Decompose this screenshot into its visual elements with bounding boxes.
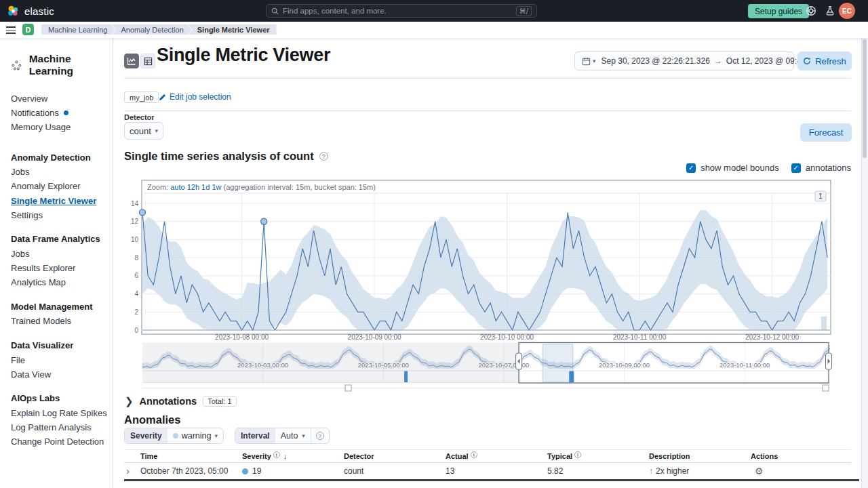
breadcrumb-item[interactable]: Anomaly Detection [111,24,191,35]
time-slider-handle[interactable] [345,385,351,391]
svg-text:2023-10-12 00:00: 2023-10-12 00:00 [745,333,799,341]
page-scrollbar-thumb[interactable] [863,39,867,158]
sidebar-item-notifications[interactable]: Notifications [11,106,107,120]
info-icon: i [273,451,280,458]
calendar-icon[interactable]: ▾ [575,57,601,66]
breadcrumb-item: Single Metric Viewer [188,24,277,35]
svg-text:6: 6 [134,272,138,279]
table-header-time: Time [140,452,242,460]
sidebar-item-jobs[interactable]: Jobs [11,247,107,261]
date-range-start[interactable]: Sep 30, 2023 @ 22:26:21.326 [601,56,710,66]
sidebar-item-results-explorer[interactable]: Results Explorer [11,262,107,276]
anomalies-controls: Severity warning▾ Interval Auto▾ ? [124,428,330,444]
table-header-detector: Detector [344,452,446,460]
time-slider-handle[interactable] [823,385,829,391]
swimlane-anomaly-cell[interactable] [569,371,574,383]
brush-handle-left[interactable] [516,353,522,369]
date-range-picker[interactable]: ▾ Sep 30, 2023 @ 22:26:21.326 → Oct 12, … [574,52,794,70]
edit-job-selection-link[interactable]: Edit job selection [159,92,231,102]
svg-text:2023-10-09 00:00: 2023-10-09 00:00 [599,361,650,369]
chart-toggles: ✓ show model bounds ✓ annotations [686,163,851,173]
sidebar-item-analytics-map[interactable]: Analytics Map [11,276,107,290]
job-id-badge: my_job [124,92,159,103]
sidebar-group-label: Data Frame Analytics [11,234,107,244]
zoom-controls[interactable]: Zoom: auto 12h 1d 1w (aggregation interv… [147,183,376,191]
sidebar-item-single-metric-viewer[interactable]: Single Metric Viewer [11,194,107,208]
sidebar-item-change-point-detection[interactable]: Change Point Detection [11,435,107,449]
menu-hamburger-icon[interactable] [6,26,16,34]
sidebar-item-jobs[interactable]: Jobs [11,165,107,180]
sidebar-group-label: Model Management [11,302,107,312]
sidebar-item-explain-log-rate-spikes[interactable]: Explain Log Rate Spikes [11,406,107,420]
refresh-button[interactable]: Refresh [797,52,852,70]
show-model-bounds-checkbox[interactable]: ✓ show model bounds [686,163,779,173]
interval-help-icon[interactable]: ? [316,432,324,440]
table-header-actual: Actuali [446,452,547,460]
user-avatar[interactable]: EC [839,3,855,19]
svg-text:0: 0 [134,327,138,334]
svg-text:1: 1 [818,192,823,200]
sidebar-item-memory-usage[interactable]: Memory Usage [11,120,107,134]
table-header-typical: Typicali [547,452,649,460]
brush-handle-right[interactable] [826,353,832,369]
chart-view-toggle[interactable] [124,54,139,68]
svg-text:8: 8 [134,254,138,262]
sidebar-group-label: Anomaly Detection [11,152,107,163]
search-shortcut-hint: ⌘/ [516,6,532,16]
cell-time: October 7th 2023, 05:00 [140,466,242,476]
time-series-chart[interactable]: Zoom: auto 12h 1d 1w (aggregation interv… [124,178,833,393]
context-masked-region [142,343,519,384]
space-badge[interactable]: D [22,24,34,35]
severity-score-dot-icon [242,468,248,474]
anomalies-table: TimeSeverityi↓DetectorActualiTypicaliDes… [124,449,851,479]
svg-text:10: 10 [131,236,139,243]
elastic-logo[interactable]: elastic [7,0,54,22]
breadcrumb-bar: D Machine LearningAnomaly DetectionSingl… [0,22,868,38]
annotations-toggle[interactable]: ❯ Annotations Total: 1 [125,396,237,407]
sidebar-item-trained-models[interactable]: Trained Models [11,314,107,329]
sidebar-item-data-view[interactable]: Data View [11,367,107,382]
sidebar-group-label: AIOps Labs [11,393,107,403]
refresh-icon [803,57,811,65]
setup-guides-button[interactable]: Setup guides [748,4,809,18]
annotations-total-badge: Total: 1 [203,396,236,407]
sidebar-item-log-pattern-analysis[interactable]: Log Pattern Analysis [11,421,107,435]
checkbox-checked-icon: ✓ [791,163,801,173]
context-annotation-band[interactable] [542,344,572,382]
annotation-badge[interactable]: 1 [815,191,826,201]
info-icon: i [471,451,477,458]
sidebar-item-anomaly-explorer[interactable]: Anomaly Explorer [11,180,107,194]
forecast-button[interactable]: Forecast [800,123,852,142]
sidebar-item-settings[interactable]: Settings [11,208,107,222]
chevron-right-icon: ❯ [125,396,134,406]
global-search-input[interactable]: Find apps, content, and more. ⌘/ [266,4,537,18]
svg-text:2023-10-08 00:00: 2023-10-08 00:00 [215,333,269,341]
single-metric-viewer-page: elastic Find apps, content, and more. ⌘/… [0,0,868,488]
help-icon[interactable] [806,5,816,16]
page-title: Single Metric Viewer [157,45,330,66]
labs-flask-icon[interactable] [825,5,835,16]
interval-filter[interactable]: Interval Auto▾ ? [235,428,330,444]
svg-text:12: 12 [131,218,139,225]
detector-label: Detector [124,113,155,121]
pencil-icon [159,94,166,101]
detector-select[interactable]: count▾ [124,122,163,140]
table-header-severity[interactable]: Severityi↓ [242,452,344,460]
severity-filter[interactable]: Severity warning▾ [124,428,224,444]
svg-text:2023-10-09 00:00: 2023-10-09 00:00 [348,333,401,341]
svg-text:2023-10-10 00:00: 2023-10-10 00:00 [480,333,534,341]
cell-description: ↑2x higher [649,466,751,476]
svg-text:2023-10-11 00:00: 2023-10-11 00:00 [719,361,770,369]
series-help-icon[interactable]: ? [319,152,328,161]
row-actions-gear-icon[interactable]: ⚙ [751,466,851,476]
annotations-checkbox[interactable]: ✓ annotations [791,163,851,173]
table-view-toggle[interactable] [140,54,155,68]
row-expand-icon[interactable]: › [124,467,140,475]
svg-text:14: 14 [131,200,139,207]
sidebar: Machine Learning OverviewNotificationsMe… [0,38,113,488]
sidebar-item-file[interactable]: File [11,353,107,367]
svg-text:2: 2 [134,308,138,316]
sidebar-item-overview[interactable]: Overview [11,92,107,106]
top-navigation-bar: elastic Find apps, content, and more. ⌘/… [0,0,868,22]
breadcrumb-item[interactable]: Machine Learning [41,24,115,35]
